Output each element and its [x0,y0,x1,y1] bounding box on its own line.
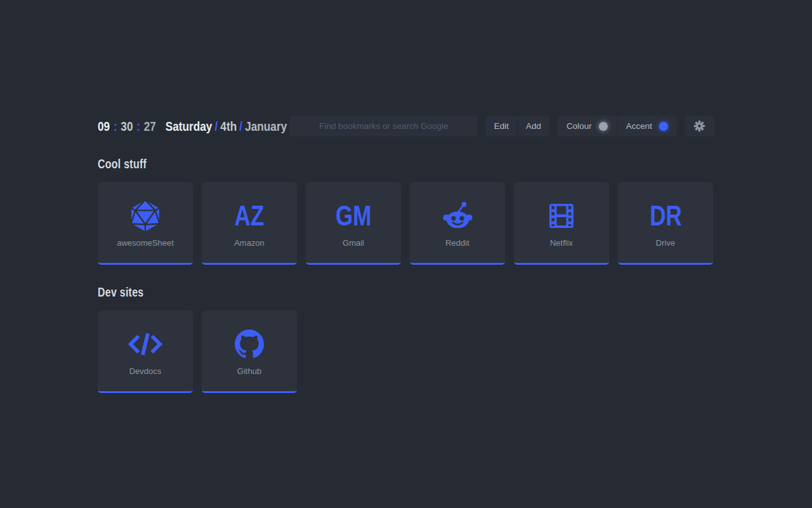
clock-and-date: 09 : 30 : 27 Saturday / 4th / January [98,116,249,137]
bookmark-label: Devdocs [129,366,162,376]
bookmark-label: Netflix [550,238,573,248]
bookmark-card-netflix[interactable]: Netflix [514,182,609,265]
edit-button[interactable]: Edit [486,116,517,137]
edit-add-group: Edit Add [486,116,549,137]
gear-icon [693,120,705,132]
start-page: 09 : 30 : 27 Saturday / 4th / January Ed… [98,0,714,393]
divider [617,116,617,137]
clock-colon: : [136,119,140,134]
clock-minutes: 30 [121,119,133,134]
code-brackets-icon [127,328,164,360]
gmail-abbr: GM [336,201,372,230]
add-button[interactable]: Add [518,116,549,137]
section-dev-sites: Dev sites Devdocs [98,284,714,393]
bookmark-label: Drive [656,238,675,248]
bookmark-card-awesomesheet[interactable]: awesomeSheet [98,182,193,265]
bookmark-label: Reddit [445,238,469,248]
colour-toggle[interactable] [599,122,608,131]
d20-dice-icon [128,199,162,233]
clock-colon: : [114,119,117,134]
date-separator: / [214,119,218,134]
github-octocat-icon [235,330,264,359]
accent-label: Accent [626,121,652,131]
theme-toggle-group: Colour Accent [558,116,677,137]
colour-label: Colour [566,121,592,131]
bookmark-grid: awesomeSheet AZ Amazon GM Gmail [98,182,714,265]
bookmark-card-amazon[interactable]: AZ Amazon [202,182,297,265]
bookmark-card-drive[interactable]: DR Drive [618,182,713,265]
date-separator: / [239,119,242,134]
bookmark-label: awesomeSheet [117,238,174,248]
clock-seconds: 27 [144,119,156,134]
settings-button[interactable] [685,116,714,137]
reddit-alien-icon [440,198,475,233]
section-title: Cool stuff [98,156,591,172]
drive-abbr: DR [650,201,682,230]
amazon-abbr: AZ [235,201,265,230]
bookmark-card-gmail[interactable]: GM Gmail [306,182,401,265]
section-title: Dev sites [98,284,591,300]
bookmark-label: Gmail [343,238,364,248]
bookmark-card-reddit[interactable]: Reddit [410,182,505,265]
date-day: 4th [220,119,237,134]
bookmark-grid: Devdocs Github [98,311,714,393]
date-weekday: Saturday [166,119,213,134]
date-month: January [245,119,287,134]
clock-hours: 09 [98,119,110,134]
search-input[interactable] [290,116,478,137]
section-cool-stuff: Cool stuff [98,156,714,265]
bookmark-label: Github [237,366,261,376]
bookmark-card-github[interactable]: Github [202,311,297,393]
top-bar: 09 : 30 : 27 Saturday / 4th / January Ed… [98,116,714,137]
bookmark-label: Amazon [234,238,265,248]
bookmark-card-devdocs[interactable]: Devdocs [98,311,193,393]
film-strip-icon [546,201,577,231]
accent-toggle[interactable] [659,122,668,131]
